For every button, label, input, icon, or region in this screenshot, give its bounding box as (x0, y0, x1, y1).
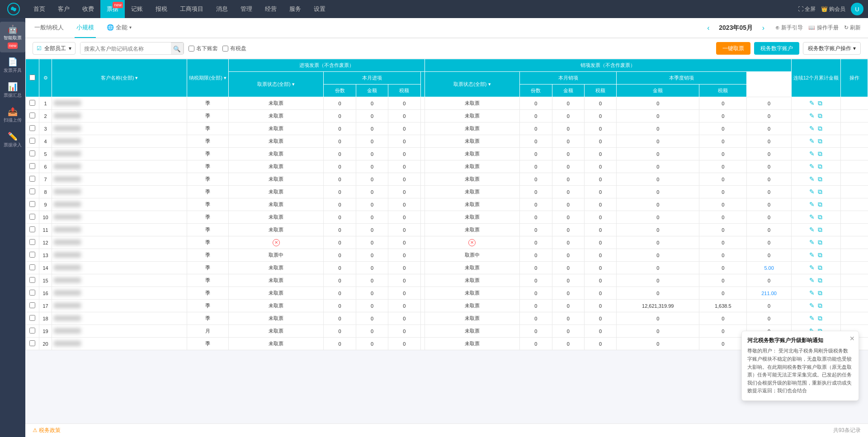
copy-icon[interactable]: ⧉ (818, 125, 822, 132)
edit-icon[interactable]: ✎ (809, 315, 815, 322)
nav-item-fee[interactable]: 收费 (76, 0, 100, 18)
row-checkbox[interactable] (29, 290, 35, 296)
copy-icon[interactable]: ⧉ (818, 201, 822, 208)
copy-icon[interactable]: ⧉ (818, 302, 822, 309)
edit-icon[interactable]: ✎ (809, 99, 815, 107)
row-checkbox[interactable] (29, 239, 35, 245)
edit-icon[interactable]: ✎ (809, 226, 815, 233)
has-taxpad-checkbox[interactable] (222, 46, 228, 52)
row-checkbox[interactable] (29, 340, 35, 346)
row-checkbox[interactable] (29, 264, 35, 270)
row-checkbox[interactable] (29, 176, 35, 182)
nav-item-ticket[interactable]: 票据new (100, 0, 125, 18)
tab-small-scale[interactable]: 小规模 (75, 18, 96, 38)
copy-icon[interactable]: ⧉ (818, 315, 822, 322)
copy-icon[interactable]: ⧉ (818, 188, 822, 195)
row-checkbox[interactable] (29, 201, 35, 207)
edit-icon[interactable]: ✎ (809, 239, 815, 246)
new-guide-button[interactable]: ⊕ 新手引导 (775, 24, 803, 32)
copy-icon[interactable]: ⧉ (818, 163, 822, 170)
row-checkbox[interactable] (29, 163, 35, 169)
row-checkbox[interactable] (29, 150, 35, 156)
checkbox-sub-accounts[interactable]: 名下账套 (189, 45, 218, 52)
period-next-button[interactable]: › (759, 24, 768, 32)
row-checkbox[interactable] (29, 125, 35, 131)
edit-icon[interactable]: ✎ (809, 213, 815, 221)
edit-icon[interactable]: ✎ (809, 112, 815, 119)
member-button[interactable]: 👑 购会员 (821, 5, 845, 13)
copy-icon[interactable]: ⧉ (818, 277, 822, 284)
employee-filter[interactable]: ☑ 全部员工 ▾ (33, 42, 75, 55)
copy-icon[interactable]: ⧉ (818, 251, 822, 258)
row-checkbox[interactable] (29, 315, 35, 321)
search-button[interactable]: 🔍 (171, 42, 184, 55)
nav-item-home[interactable]: 首页 (27, 0, 52, 18)
copy-icon[interactable]: ⧉ (818, 213, 822, 221)
edit-icon[interactable]: ✎ (809, 201, 815, 208)
sidebar-item-smart-ticket[interactable]: 🤖 智能取票 new (0, 22, 25, 52)
status-label: 未取票 (465, 290, 480, 296)
sub-accounts-checkbox[interactable] (189, 46, 194, 52)
nav-item-customer[interactable]: 客户 (52, 0, 76, 18)
copy-icon[interactable]: ⧉ (818, 175, 822, 183)
copy-icon[interactable]: ⧉ (818, 226, 822, 233)
tax-digital-account-button[interactable]: 税务数字账户 (754, 42, 799, 55)
row-checkbox[interactable] (29, 138, 35, 144)
nav-item-settings[interactable]: 设置 (307, 0, 332, 18)
copy-icon[interactable]: ⧉ (818, 112, 822, 119)
tax-digital-account-op-button[interactable]: 税务数字账户操作 ▾ (803, 42, 861, 55)
sidebar-item-scan-upload[interactable]: 📤 扫描上传 (0, 104, 25, 127)
edit-icon[interactable]: ✎ (809, 150, 815, 157)
period-prev-button[interactable]: ‹ (703, 24, 713, 32)
edit-icon[interactable]: ✎ (809, 302, 815, 309)
tab-general-taxpayer[interactable]: 一般纳税人 (33, 18, 66, 38)
edit-icon[interactable]: ✎ (809, 188, 815, 195)
copy-icon[interactable]: ⧉ (818, 137, 822, 145)
nav-item-tax[interactable]: 报税 (149, 0, 174, 18)
row-checkbox[interactable] (29, 302, 35, 308)
fullscreen-button[interactable]: ⛶ 全屏 (798, 5, 816, 13)
edit-icon[interactable]: ✎ (809, 137, 815, 145)
select-all-checkbox[interactable] (29, 75, 35, 80)
tab-all-capable[interactable]: 🌐 全能 ▾ (105, 18, 133, 38)
copy-icon[interactable]: ⧉ (818, 264, 822, 271)
sidebar-item-ticket-entry[interactable]: ✏️ 票据录入 (0, 129, 25, 152)
nav-item-service[interactable]: 服务 (283, 0, 307, 18)
nav-item-operation[interactable]: 经营 (259, 0, 283, 18)
row-checkbox[interactable] (29, 100, 35, 106)
row-checkbox[interactable] (29, 214, 35, 220)
copy-icon[interactable]: ⧉ (818, 239, 822, 246)
sidebar-item-invoice-open[interactable]: 📄 发票开具 (0, 54, 25, 77)
refresh-button[interactable]: ↻ 刷新 (844, 24, 861, 32)
row-checkbox[interactable] (29, 328, 35, 334)
avatar[interactable]: U (851, 3, 863, 15)
edit-icon[interactable]: ✎ (809, 125, 815, 132)
manual-button[interactable]: 📖 操作手册 (808, 24, 838, 32)
copy-icon[interactable]: ⧉ (818, 99, 822, 107)
edit-icon[interactable]: ✎ (809, 175, 815, 183)
edit-icon[interactable]: ✎ (809, 163, 815, 170)
row-checkbox[interactable] (29, 113, 35, 118)
nav-item-business[interactable]: 工商项目 (174, 0, 210, 18)
logo[interactable] (5, 0, 23, 18)
checkbox-has-taxpad[interactable]: 有税盘 (222, 45, 246, 52)
copy-icon[interactable]: ⧉ (818, 289, 822, 296)
edit-icon[interactable]: ✎ (809, 277, 815, 284)
tax-policy-link[interactable]: ⚠ 税务政策 (33, 427, 61, 434)
row-checkbox[interactable] (29, 277, 35, 283)
edit-icon[interactable]: ✎ (809, 289, 815, 296)
row-checkbox[interactable] (29, 252, 35, 258)
copy-icon[interactable]: ⧉ (818, 150, 822, 157)
edit-icon[interactable]: ✎ (809, 251, 815, 258)
one-click-ticket-button[interactable]: 一键取票 (716, 42, 750, 55)
edit-icon[interactable]: ✎ (809, 264, 815, 271)
search-input[interactable] (80, 42, 171, 55)
sidebar-item-ticket-summary[interactable]: 📊 票据汇总 (0, 79, 25, 102)
nav-item-message[interactable]: 消息 (210, 0, 234, 18)
cell-spacer (420, 186, 425, 198)
nav-item-accounting[interactable]: 记账 (125, 0, 149, 18)
popup-close-button[interactable]: ✕ (849, 335, 855, 342)
row-checkbox[interactable] (29, 226, 35, 232)
nav-item-manage[interactable]: 管理 (234, 0, 259, 18)
row-checkbox[interactable] (29, 188, 35, 194)
